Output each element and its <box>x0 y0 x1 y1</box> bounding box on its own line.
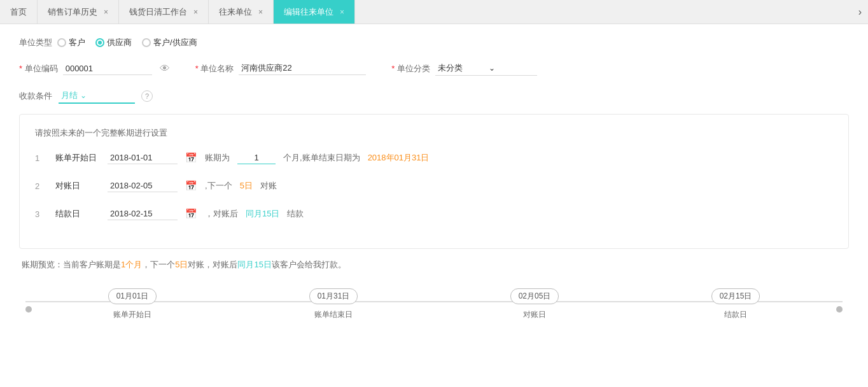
radio-customer-circle <box>57 38 66 47</box>
period-num-2: 2 <box>35 181 48 191</box>
unit-class-select[interactable]: 未分类 ⌄ <box>435 61 537 76</box>
period-date-1[interactable] <box>108 151 178 164</box>
period-label-3: 结款日 <box>55 208 100 220</box>
unit-type-row: 单位类型 客户 供应商 客户/供应商 <box>19 37 849 48</box>
period-highlight-r2: 5日 <box>240 180 253 192</box>
timeline-items: 01月01日 账单开始日 01月31日 账单结束日 02月05日 对账日 02月… <box>32 288 836 320</box>
unit-type-group: 单位类型 客户 供应商 客户/供应商 <box>19 37 197 48</box>
timeline-item-2: 02月05日 对账日 <box>510 288 559 320</box>
period-desc-r2-prefix: ,下一个 <box>205 180 232 192</box>
period-label-1: 账单开始日 <box>55 152 100 164</box>
tab-partner[interactable]: 往来单位 × <box>209 0 274 24</box>
period-end-date-highlight: 2018年01月31日 <box>368 152 430 164</box>
timeline-item-0: 01月01日 账单开始日 <box>108 288 157 320</box>
tab-cash-work-label: 钱货日清工作台 <box>129 6 187 18</box>
calendar-icon-3[interactable]: 📅 <box>185 208 197 220</box>
preview-part1: 1个月 <box>121 260 142 269</box>
radio-both[interactable]: 客户/供应商 <box>142 37 197 48</box>
tabs-expand-btn[interactable]: › <box>852 0 868 24</box>
timeline-label-3: 结款日 <box>724 309 747 320</box>
radio-both-circle <box>142 38 151 47</box>
unit-code-icon[interactable]: 👁 <box>160 63 170 74</box>
period-row-3: 3 结款日 📅 ，对账后同月15日 结款 <box>35 208 833 220</box>
tab-sales-history[interactable]: 销售订单历史 × <box>38 0 119 24</box>
unit-class-arrow: ⌄ <box>489 64 535 73</box>
tab-home-label: 首页 <box>10 6 27 18</box>
preview-text: 账期预览：当前客户账期是1个月，下一个5日对账，对账后同月15日该客户会给我打款… <box>19 259 849 271</box>
preview-suffix: 该客户会给我打款。 <box>272 260 346 269</box>
main-content: 单位类型 客户 供应商 客户/供应商 单位编码 👁 <box>0 24 868 387</box>
timeline-label-0: 账单开始日 <box>113 309 151 320</box>
period-num-3: 3 <box>35 209 48 219</box>
radio-customer-label: 客户 <box>69 37 85 48</box>
unit-info-row: 单位编码 👁 单位名称 单位分类 未分类 ⌄ <box>19 61 849 76</box>
preview-mid1: ，下一个 <box>142 260 175 269</box>
timeline-item-3: 02月15日 结款日 <box>711 288 760 320</box>
timeline-badge-0: 01月01日 <box>108 288 157 304</box>
calendar-icon-2[interactable]: 📅 <box>185 180 197 192</box>
period-num-1: 1 <box>35 153 48 163</box>
radio-supplier-circle <box>95 38 104 47</box>
timeline-label-2: 对账日 <box>523 309 546 320</box>
tabs-bar: 首页 销售订单历史 × 钱货日清工作台 × 往来单位 × 编辑往来单位 × › <box>0 0 868 24</box>
period-desc-r3-suffix: 结款 <box>287 208 304 220</box>
radio-both-label: 客户/供应商 <box>153 37 197 48</box>
preview-part3: 同月15日 <box>237 260 271 269</box>
tab-home[interactable]: 首页 <box>0 0 38 24</box>
unit-code-label: 单位编码 <box>19 63 58 74</box>
radio-group-unit-type: 客户 供应商 客户/供应商 <box>57 37 197 48</box>
unit-code-input[interactable] <box>63 62 152 75</box>
tab-cash-work-close[interactable]: × <box>193 8 198 17</box>
period-months-input[interactable] <box>237 151 276 164</box>
tab-edit-partner-close[interactable]: × <box>340 8 344 17</box>
calendar-icon-1[interactable]: 📅 <box>185 152 197 164</box>
payment-arrow: ⌄ <box>80 91 87 100</box>
radio-supplier[interactable]: 供应商 <box>95 37 132 48</box>
radio-customer[interactable]: 客户 <box>57 37 85 48</box>
unit-name-group: 单位名称 <box>195 62 367 75</box>
period-highlight-r3: 同月15日 <box>246 208 279 220</box>
radio-supplier-label: 供应商 <box>107 37 132 48</box>
period-desc-r3-prefix: ，对账后 <box>205 208 238 220</box>
payment-label: 收款条件 <box>19 90 52 102</box>
period-desc-r2-suffix: 对账 <box>260 180 277 192</box>
period-date-2[interactable] <box>108 179 178 192</box>
timeline-item-1: 01月31日 账单结束日 <box>309 288 358 320</box>
timeline-start-dot <box>25 306 32 313</box>
preview-mid2: 对账，对账后 <box>188 260 237 269</box>
timeline-section: 01月01日 账单开始日 01月31日 账单结束日 02月05日 对账日 02月… <box>19 283 849 346</box>
preview-prefix: 账期预览：当前客户账期是 <box>22 260 121 269</box>
unit-name-label: 单位名称 <box>195 63 234 74</box>
payment-help-icon[interactable]: ? <box>141 90 153 102</box>
period-desc-suffix-1: 个月,账单结束日期为 <box>283 152 360 164</box>
tab-partner-close[interactable]: × <box>258 8 263 17</box>
period-row-2: 2 对账日 📅 ,下一个5日 对账 <box>35 179 833 192</box>
unit-code-group: 单位编码 👁 <box>19 62 170 75</box>
preview-part2: 5日 <box>175 260 188 269</box>
timeline-badge-1: 01月31日 <box>309 288 358 304</box>
tab-sales-history-close[interactable]: × <box>104 8 108 17</box>
period-desc-prefix-1: 账期为 <box>205 152 230 164</box>
period-box-title: 请按照未来的一个完整帐期进行设置 <box>35 127 833 139</box>
period-row-1: 1 账单开始日 📅 账期为 个月,账单结束日期为 2018年01月31日 <box>35 151 833 164</box>
period-label-2: 对账日 <box>55 180 100 192</box>
payment-value: 月结 <box>61 90 78 101</box>
unit-type-label: 单位类型 <box>19 37 52 48</box>
tab-edit-partner[interactable]: 编辑往来单位 × <box>274 0 355 24</box>
timeline-label-1: 账单结束日 <box>314 309 353 320</box>
timeline-badge-2: 02月05日 <box>510 288 559 304</box>
period-date-3[interactable] <box>108 208 178 220</box>
tab-sales-history-label: 销售订单历史 <box>48 6 97 18</box>
tab-cash-work[interactable]: 钱货日清工作台 × <box>119 0 209 24</box>
period-settings-box: 请按照未来的一个完整帐期进行设置 1 账单开始日 📅 账期为 个月,账单结束日期… <box>19 114 849 249</box>
unit-class-value: 未分类 <box>438 62 484 74</box>
tab-edit-partner-label: 编辑往来单位 <box>284 6 333 18</box>
payment-select[interactable]: 月结 ⌄ <box>59 88 135 104</box>
timeline-badge-3: 02月15日 <box>711 288 760 304</box>
unit-class-group: 单位分类 未分类 ⌄ <box>391 61 537 76</box>
payment-row: 收款条件 月结 ⌄ ? <box>19 88 849 104</box>
unit-class-label: 单位分类 <box>391 63 430 74</box>
unit-name-input[interactable] <box>239 62 366 75</box>
tab-partner-label: 往来单位 <box>219 6 252 18</box>
timeline-end-dot <box>836 306 843 313</box>
